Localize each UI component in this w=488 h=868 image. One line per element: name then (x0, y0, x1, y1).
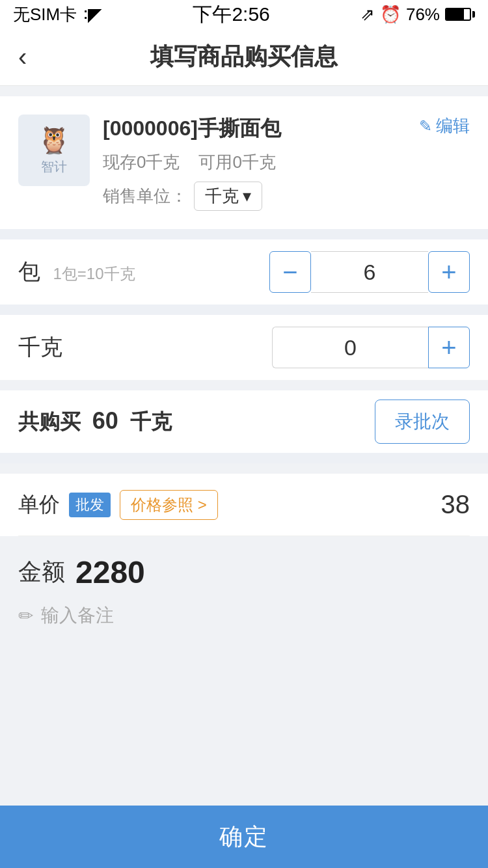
back-button[interactable]: ‹ (18, 42, 27, 72)
price-row: 单价 批发 价格参照 > 38 (18, 474, 470, 536)
kg-qty-control: + (272, 327, 470, 368)
edit-button[interactable]: ✎ 编辑 (419, 115, 470, 137)
product-unit-row: 销售单位： 千克 ▾ (103, 182, 470, 211)
amount-label: 金额 (18, 556, 65, 588)
page-title: 填写商品购买信息 (150, 41, 338, 73)
status-left: 无SIM卡 ∶◤ (13, 3, 102, 26)
amount-section: 金额 2280 ✏ 输入备注 (0, 536, 488, 638)
kg-input-section: 千克 + (0, 315, 488, 380)
bao-minus-button[interactable]: − (269, 251, 311, 293)
edit-icon: ✎ (419, 117, 432, 135)
price-reference-button[interactable]: 价格参照 > (120, 490, 218, 520)
note-row[interactable]: ✏ 输入备注 (18, 603, 470, 628)
carrier-label: 无SIM卡 (13, 3, 77, 26)
empty-space (0, 638, 488, 807)
battery-percent: 76% (406, 5, 440, 25)
record-batch-button[interactable]: 录批次 (375, 400, 470, 444)
bao-qty-control: − + (269, 251, 470, 293)
total-qty: 60 (92, 407, 118, 434)
clock: 下午2:56 (193, 1, 269, 28)
product-thumb-icon: 🦉 (38, 125, 70, 156)
total-label: 共购买 60 千克 (18, 407, 375, 437)
product-name: [0000006]手撕面包 (103, 115, 470, 143)
wifi-icon: ∶◤ (83, 4, 102, 25)
confirm-button[interactable]: 确定 (0, 806, 488, 868)
price-label: 单价 (18, 491, 60, 519)
kg-row: 千克 + (18, 315, 470, 380)
nav-bar: ‹ 填写商品购买信息 (0, 29, 488, 86)
section-divider-1 (0, 229, 488, 239)
note-placeholder: 输入备注 (41, 603, 114, 628)
alarm-icon: ⏰ (380, 5, 401, 25)
unit-label: 销售单位： (103, 185, 187, 208)
battery-icon (445, 8, 475, 21)
product-card: 🦉 智计 [0000006]手撕面包 现存0千克 可用0千克 销售单位： 千克 … (0, 96, 488, 229)
product-thumbnail: 🦉 智计 (18, 115, 90, 186)
kg-input[interactable] (272, 327, 428, 368)
kg-label: 千克 (18, 332, 272, 362)
total-section: 共购买 60 千克 录批次 (0, 390, 488, 453)
location-icon: ⇗ (360, 5, 375, 25)
bao-plus-button[interactable]: + (428, 251, 470, 293)
price-value: 38 (441, 490, 470, 519)
bao-label: 包 1包=10千克 (18, 257, 269, 287)
bao-row: 包 1包=10千克 − + (18, 239, 470, 305)
product-thumb-label: 智计 (41, 158, 67, 176)
status-right: ⇗ ⏰ 76% (360, 5, 475, 25)
price-section: 单价 批发 价格参照 > 38 (0, 474, 488, 536)
product-stock: 现存0千克 可用0千克 (103, 151, 470, 174)
unit-value: 千克 (205, 185, 239, 208)
pencil-icon: ✏ (18, 605, 33, 627)
bao-sublabel: 1包=10千克 (53, 265, 135, 282)
unit-select[interactable]: 千克 ▾ (194, 182, 262, 211)
amount-value: 2280 (75, 554, 145, 590)
price-ref-label: 价格参照 > (131, 495, 207, 515)
status-bar: 无SIM卡 ∶◤ 下午2:56 ⇗ ⏰ 76% (0, 0, 488, 29)
edit-label: 编辑 (436, 115, 470, 137)
stock-label: 现存0千克 (103, 152, 180, 172)
bao-input[interactable] (311, 251, 428, 293)
available-label: 可用0千克 (198, 152, 275, 172)
kg-plus-button[interactable]: + (428, 327, 470, 368)
bao-input-section: 包 1包=10千克 − + (0, 239, 488, 305)
section-divider-3 (0, 453, 488, 463)
amount-row: 金额 2280 (18, 554, 470, 590)
product-info: [0000006]手撕面包 现存0千克 可用0千克 销售单位： 千克 ▾ (103, 115, 470, 211)
price-badge: 批发 (69, 493, 111, 517)
chevron-down-icon: ▾ (243, 186, 251, 206)
section-divider-2 (0, 305, 488, 315)
